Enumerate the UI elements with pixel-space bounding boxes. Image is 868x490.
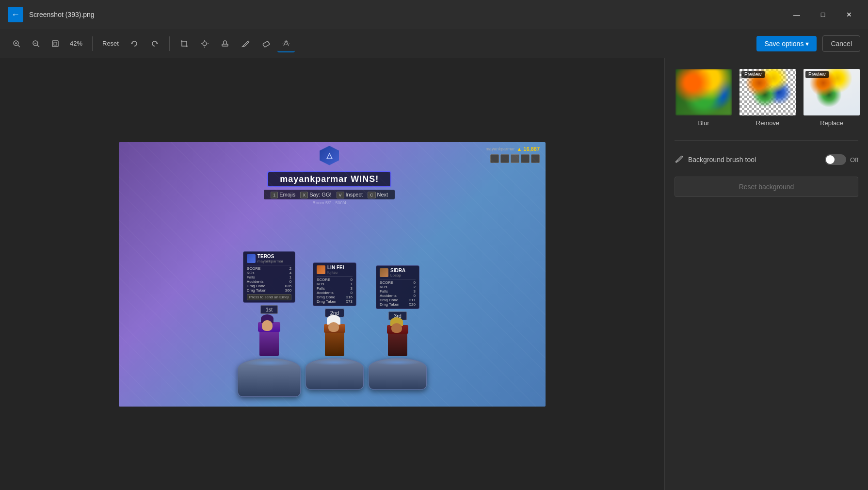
score-card-3: SIDRA Losop SCORE0 KOs2 Falls3 Accidents… [376, 265, 419, 309]
hud-icon-5 [531, 154, 540, 163]
char-icon-2 [317, 265, 325, 274]
brush-tool-icon [675, 154, 683, 165]
brush-tool-toggle[interactable]: Off [825, 154, 858, 165]
action-bar: 1Emojis XSay: GG! VInspect CNext [264, 190, 395, 199]
char-name-text-3: SIDRA [390, 268, 405, 273]
stats-2: SCORE0 KOs1 Falls3 Accidents0 Dmg Done31… [317, 276, 353, 304]
stat-label: Falls [247, 275, 255, 279]
game-background: △ mayankparmar WINS! 1Emojis XSay: GG! V… [119, 142, 546, 407]
svg-line-1 [18, 45, 20, 47]
svg-rect-14 [222, 44, 228, 46]
score-card-2: LIN FEI fujitsu SCORE0 KOs1 Falls3 Accid… [313, 262, 356, 306]
stat-label: SCORE [247, 266, 260, 271]
sidra-body [388, 332, 407, 356]
zoom-out-button[interactable] [27, 35, 45, 52]
replace-preview-label: Preview [805, 71, 829, 78]
char-platform-2: 2nd [305, 308, 364, 390]
main-content: △ mayankparmar WINS! 1Emojis XSay: GG! V… [0, 58, 868, 490]
bg-remove-label: Remove [756, 119, 779, 127]
char-name-2: LIN FEI fujitsu [327, 265, 344, 275]
maximize-button[interactable]: □ [812, 7, 834, 22]
canvas-area: △ mayankparmar WINS! 1Emojis XSay: GG! V… [0, 58, 664, 490]
stat-value: 826 [285, 284, 291, 288]
hud-icons [490, 154, 540, 163]
hud-icon-2 [500, 154, 509, 163]
char-icon-1 [247, 254, 256, 263]
char-platform-3: 3rd [369, 311, 427, 390]
close-button[interactable]: ✕ [838, 7, 860, 22]
bg-option-blur[interactable]: Blur [675, 68, 733, 127]
svg-point-17 [286, 44, 287, 45]
stat-row-4: Accidents0 [380, 294, 416, 298]
back-icon: ← [11, 10, 20, 20]
char-icon-3 [380, 268, 388, 277]
press-emoji-1: Press to send an Emoji [247, 294, 291, 300]
bg-option-remove[interactable]: Preview Remove [739, 68, 797, 127]
bg-option-replace[interactable]: Preview Replace [803, 68, 861, 127]
titlebar: ← Screenshot (393).png — □ ✕ [0, 0, 868, 29]
stat-value: 0 [289, 279, 291, 284]
zoom-value: 42% [66, 40, 86, 47]
stat-row-1: SCORE0 [317, 278, 353, 282]
stat-value: 2 [289, 266, 291, 271]
player-2nd: LIN FEI fujitsu SCORE0 KOs1 Falls3 Accid… [305, 262, 364, 390]
hud-name: mayankparmar [485, 147, 514, 151]
svg-rect-7 [52, 41, 58, 47]
stats-1: SCORE2 KOs4 Falls1 Accidents0 Dmg Done82… [247, 265, 291, 293]
brush-tool-row: Background brush tool Off [675, 150, 858, 169]
bg-thumb-blur [675, 68, 733, 116]
action-inspect: VInspect [337, 192, 363, 197]
minimize-button[interactable]: — [786, 7, 808, 22]
stat-value: 1 [289, 275, 291, 279]
stat-row-5: Dmg Done311 [380, 298, 416, 302]
win-banner: mayankparmar WINS! [267, 171, 391, 187]
stat-row-6: Dmg Taken573 [317, 299, 353, 304]
white-char-body [325, 331, 344, 356]
stat-row-3: Falls1 [247, 275, 291, 279]
stat-row-1: SCORE2 [247, 266, 291, 271]
panel-separator-1 [675, 140, 858, 141]
bg-thumb-remove: Preview [739, 68, 797, 116]
bg-thumb-replace: Preview [803, 68, 861, 116]
action-next: CNext [368, 192, 388, 197]
char-tag-3: Losop [390, 273, 405, 278]
cylinder-3 [369, 358, 427, 390]
back-button[interactable]: ← [8, 7, 23, 22]
save-options-label: Save options [764, 40, 804, 48]
cylinder-2 [305, 358, 364, 390]
stat-label: Dmg Taken [247, 288, 266, 293]
stat-row-5: Dmg Done826 [247, 284, 291, 288]
stat-row-3: Falls3 [317, 286, 353, 291]
stat-value: 360 [285, 288, 291, 293]
stamp-button[interactable] [216, 35, 234, 52]
card-header-2: LIN FEI fujitsu [317, 265, 353, 275]
reset-background-button[interactable]: Reset background [675, 177, 858, 197]
zoom-fit-button[interactable] [47, 35, 64, 52]
shield-emblem: △ [320, 146, 339, 165]
player-1st: TEROS mayankparmar SCORE2 KOs4 Falls1 Ac… [238, 251, 301, 397]
card-header-1: TEROS mayankparmar [247, 254, 291, 263]
hud-row: mayankparmar ▲ 16,887 [485, 146, 540, 152]
stat-row-1: SCORE0 [380, 280, 416, 285]
undo-button[interactable] [126, 35, 143, 52]
reset-button[interactable]: Reset [98, 38, 123, 49]
save-options-button[interactable]: Save options ▾ [756, 36, 817, 51]
redo-button[interactable] [146, 35, 163, 52]
draw-button[interactable] [237, 35, 254, 52]
remove-preview-label: Preview [741, 71, 765, 78]
right-panel: Blur Preview Remove Preview Rep [664, 58, 868, 490]
ninja-body [259, 329, 279, 356]
brightness-button[interactable] [196, 35, 213, 52]
action-say: XSay: GG! [300, 192, 331, 197]
sidra-head [391, 323, 402, 333]
brush-tool-label: Background brush tool [688, 156, 825, 163]
stats-3: SCORE0 KOs2 Falls3 Accidents0 Dmg Done31… [380, 279, 416, 307]
cylinder-1 [238, 358, 301, 397]
zoom-in-button[interactable] [8, 35, 25, 52]
crop-button[interactable] [176, 35, 193, 52]
cancel-button[interactable]: Cancel [822, 35, 860, 52]
white-char-figure [320, 318, 349, 356]
room-info: Room 5/2 - 500/4 [312, 200, 346, 205]
effects-button[interactable] [277, 35, 295, 52]
eraser-button[interactable] [257, 35, 274, 52]
